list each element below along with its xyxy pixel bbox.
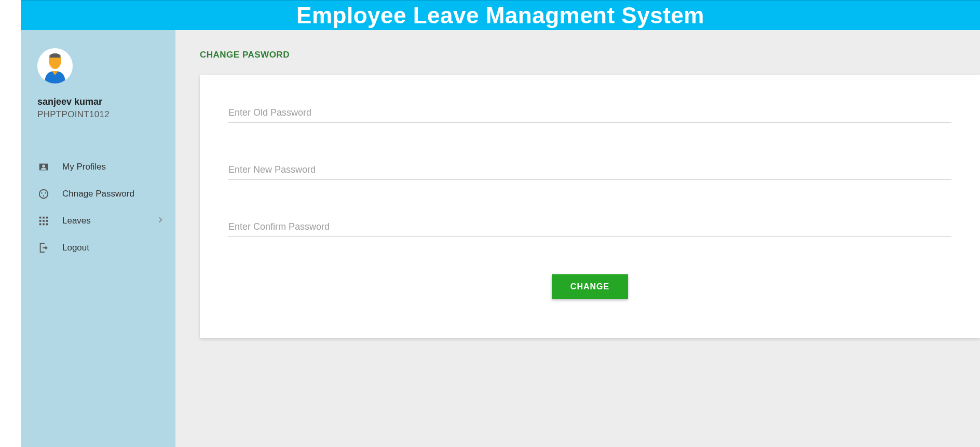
nav-label: Chnage Password (62, 189, 165, 199)
user-info: sanjeev kumar PHPTPOINT1012 (21, 91, 175, 120)
profile-icon (37, 161, 50, 173)
user-id: PHPTPOINT1012 (37, 109, 175, 120)
app-title: Employee Leave Managment System (296, 3, 704, 29)
svg-rect-6 (39, 217, 42, 219)
left-gutter (0, 0, 21, 447)
svg-rect-9 (39, 220, 42, 222)
nav-label: Logout (62, 243, 165, 253)
chevron-right-icon (156, 215, 165, 227)
change-button[interactable]: CHANGE (552, 274, 628, 299)
new-password-input[interactable] (228, 160, 951, 180)
avatar (37, 48, 73, 83)
page-title: CHANGE PASWORD (200, 50, 980, 60)
app-header: Employee Leave Managment System (21, 0, 980, 30)
old-password-field (228, 103, 951, 123)
svg-rect-10 (43, 220, 45, 222)
svg-point-2 (39, 190, 48, 199)
grid-icon (37, 215, 50, 227)
nav-item-change-password[interactable]: Chnage Password (21, 180, 175, 207)
nav-item-leaves[interactable]: Leaves (21, 207, 175, 234)
logout-icon (37, 242, 50, 254)
svg-point-3 (41, 192, 42, 193)
nav-item-logout[interactable]: Logout (21, 234, 175, 261)
new-password-field (228, 160, 951, 180)
svg-rect-14 (46, 224, 48, 226)
submit-container: CHANGE (228, 274, 951, 299)
nav-label: Leaves (62, 216, 156, 226)
old-password-input[interactable] (228, 103, 951, 123)
avatar-container (21, 30, 175, 91)
svg-point-1 (42, 164, 45, 167)
svg-rect-8 (46, 217, 48, 219)
svg-rect-11 (46, 220, 48, 222)
sidebar: sanjeev kumar PHPTPOINT1012 My Profiles … (21, 30, 175, 447)
svg-rect-7 (43, 217, 45, 219)
password-icon (37, 188, 50, 200)
sidebar-nav: My Profiles Chnage Password Leaves (21, 153, 175, 261)
user-name: sanjeev kumar (37, 96, 175, 107)
svg-point-5 (43, 195, 44, 196)
confirm-password-input[interactable] (228, 217, 951, 237)
main-content: CHANGE PASWORD CHANGE (175, 30, 980, 447)
confirm-password-field (228, 217, 951, 237)
nav-label: My Profiles (62, 162, 165, 172)
svg-rect-12 (39, 224, 42, 226)
nav-item-my-profiles[interactable]: My Profiles (21, 153, 175, 180)
svg-rect-13 (43, 224, 45, 226)
change-password-card: CHANGE (200, 75, 980, 338)
svg-point-4 (45, 192, 46, 193)
